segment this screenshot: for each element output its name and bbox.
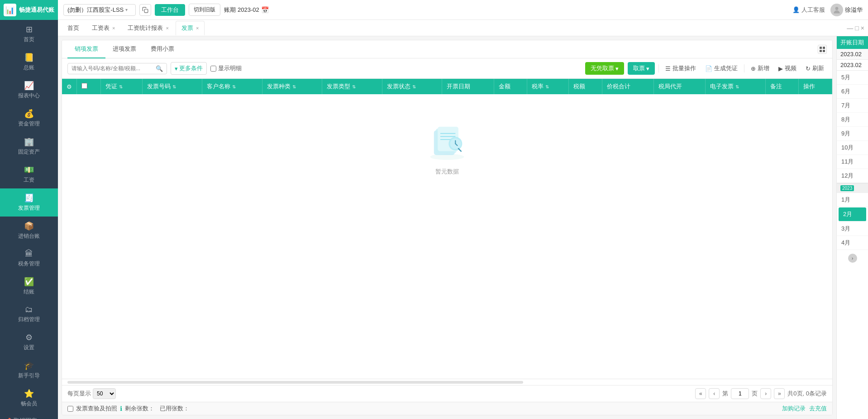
tab-salary-stats[interactable]: 工资统计报表 × <box>122 21 174 35</box>
sub-tab-expense[interactable]: 费用小票 <box>143 40 181 58</box>
sidebar-label-assets: 固定资产 <box>18 148 40 156</box>
tab-invoices[interactable]: 发票 × <box>176 21 205 35</box>
col-e-invoice[interactable]: 电子发票 ⇅ <box>706 79 765 94</box>
date-item-2023-4[interactable]: 4月 <box>837 236 868 250</box>
date-panel-close-icon[interactable]: › <box>848 254 857 263</box>
search-box[interactable]: 🔍 <box>67 63 167 74</box>
date-item-2023-3[interactable]: 3月 <box>837 222 868 236</box>
ticket-button[interactable]: 取票 ▾ <box>628 62 655 75</box>
first-page-button[interactable]: « <box>695 388 706 399</box>
page-size-dropdown[interactable]: 50 20 100 <box>93 388 116 399</box>
scrollbar-thumb[interactable] <box>67 381 523 384</box>
video-icon: ▶ <box>778 65 783 72</box>
col-remark[interactable]: 备注 <box>765 79 799 94</box>
filter-button[interactable]: ▾ 更多条件 <box>171 62 207 75</box>
sidebar-item-reports[interactable]: 📈 报表中心 <box>0 76 58 104</box>
user-profile[interactable]: 徐溢华 <box>830 4 863 16</box>
date-panel-open-btn[interactable]: 开账日期 <box>837 36 868 49</box>
check-info-icon[interactable]: ℹ <box>120 405 122 412</box>
search-input[interactable] <box>72 65 154 72</box>
col-tax-rate[interactable]: 税率 ⇅ <box>527 79 569 94</box>
date-item-9[interactable]: 9月 <box>837 127 868 141</box>
no-ticket-button[interactable]: 无凭取票 ▾ <box>585 62 624 75</box>
tab-salary-table[interactable]: 工资表 × <box>86 21 121 35</box>
show-detail-checkbox[interactable]: 显示明细 <box>210 64 242 72</box>
col-settings[interactable]: ⚙ <box>62 79 77 94</box>
close-button[interactable]: × <box>861 24 864 32</box>
sidebar-item-assets[interactable]: 🏢 固定资产 <box>0 132 58 160</box>
search-icon[interactable]: 🔍 <box>156 65 163 72</box>
grid-view-toggle[interactable] <box>818 45 827 54</box>
tab-salary-table-close[interactable]: × <box>112 25 115 31</box>
date-item-2023-2[interactable]: 2月 <box>839 207 866 222</box>
col-checkbox[interactable] <box>77 79 101 94</box>
page-input[interactable] <box>731 388 749 399</box>
calendar-icon[interactable]: 📅 <box>261 6 269 14</box>
col-voucher[interactable]: 凭证 ⇅ <box>101 79 143 94</box>
sidebar-item-funds[interactable]: 💰 资金管理 <box>0 104 58 132</box>
tab-invoices-close[interactable]: × <box>196 25 199 31</box>
tab-home[interactable]: 首页 <box>62 21 85 35</box>
show-detail-input[interactable] <box>210 66 216 72</box>
new-button[interactable]: ⊕ 新增 <box>748 63 772 74</box>
customer-service[interactable]: 👤 人工客服 <box>792 6 825 14</box>
refresh-button[interactable]: ↻ 刷新 <box>803 63 827 74</box>
purchase-record-link[interactable]: 加购记录 <box>782 405 806 413</box>
sidebar-logo[interactable]: 📊 畅捷通易代账 <box>0 0 58 20</box>
sidebar-bottom-pin[interactable]: 📌 取消固定 <box>0 412 58 419</box>
col-invoice-type[interactable]: 发票种类 ⇅ <box>262 79 322 94</box>
date-item-2023-1[interactable]: 1月 <box>837 193 868 207</box>
sidebar-item-salary[interactable]: 💵 工资 <box>0 160 58 188</box>
workspace-button[interactable]: 工作台 <box>155 4 185 16</box>
col-invoice-no[interactable]: 发票号码 ⇅ <box>143 79 202 94</box>
date-panel-close[interactable]: › <box>837 250 868 266</box>
col-customer[interactable]: 客户名称 ⇅ <box>202 79 262 94</box>
recharge-link[interactable]: 去充值 <box>809 405 827 413</box>
copy-button[interactable] <box>139 4 151 16</box>
col-invoice-status[interactable]: 发票状态 ⇅ <box>382 79 442 94</box>
sidebar-item-purchase[interactable]: 📦 进销台账 <box>0 217 58 245</box>
col-tax-amount[interactable]: 税额 <box>569 79 602 94</box>
sidebar-item-archive[interactable]: 🗂 归档管理 <box>0 300 58 328</box>
sub-tab-purchase[interactable]: 进项发票 <box>105 40 143 58</box>
maximize-button[interactable]: □ <box>855 24 858 32</box>
gen-voucher-button[interactable]: 📄 生成凭证 <box>702 63 740 74</box>
col-invoice-category[interactable]: 发票类型 ⇅ <box>322 79 382 94</box>
col-issue-date[interactable]: 开票日期 <box>442 79 494 94</box>
sidebar-item-ledger[interactable]: 📒 总账 <box>0 48 58 76</box>
date-item-11[interactable]: 11月 <box>837 155 868 169</box>
prev-page-button[interactable]: ‹ <box>709 388 720 399</box>
date-item-8[interactable]: 8月 <box>837 113 868 127</box>
select-all-checkbox[interactable] <box>81 83 87 89</box>
col-tax-code[interactable]: 税局代开 <box>653 79 705 94</box>
page-label: 第 <box>722 390 728 398</box>
date-item-6[interactable]: 6月 <box>837 85 868 99</box>
last-page-button[interactable]: » <box>774 388 785 399</box>
minimize-button[interactable]: — <box>847 24 853 32</box>
sidebar-item-invoices[interactable]: 🧾 发票管理 <box>0 188 58 217</box>
sidebar-item-guide[interactable]: 🎓 新手引导 <box>0 356 58 384</box>
company-selector[interactable]: (勿删）江西股宝-LSS ▾ <box>63 4 136 16</box>
sidebar-item-tax[interactable]: 🏛 税务管理 <box>0 245 58 272</box>
batch-op-button[interactable]: ☰ 批量操作 <box>663 63 699 74</box>
sidebar-item-settings[interactable]: ⚙ 设置 <box>0 328 58 356</box>
date-item-7[interactable]: 7月 <box>837 99 868 113</box>
date-item-5[interactable]: 5月 <box>837 71 868 85</box>
video-button[interactable]: ▶ 视频 <box>776 63 799 74</box>
sidebar-item-closing[interactable]: ✅ 结账 <box>0 272 58 300</box>
sidebar-item-member[interactable]: ⭐ 畅会员 <box>0 384 58 412</box>
page-size-select[interactable]: 每页显示 50 20 100 <box>67 388 118 399</box>
col-amount[interactable]: 金额 <box>494 79 527 94</box>
col-total[interactable]: 价税合计 <box>602 79 653 94</box>
switch-version-button[interactable]: 切到旧版 <box>189 4 220 16</box>
date-item-12[interactable]: 12月 <box>837 169 868 183</box>
col-action[interactable]: 操作 <box>799 79 832 94</box>
service-icon: 👤 <box>792 6 800 13</box>
date-item-10[interactable]: 10月 <box>837 141 868 155</box>
sub-tab-sales[interactable]: 销项发票 <box>67 40 105 58</box>
next-page-button[interactable]: › <box>760 388 771 399</box>
horizontal-scrollbar[interactable] <box>62 379 832 385</box>
invoice-check-checkbox[interactable] <box>67 406 73 412</box>
sidebar-item-home[interactable]: ⊞ 首页 <box>0 20 58 48</box>
tab-salary-stats-close[interactable]: × <box>166 25 168 31</box>
